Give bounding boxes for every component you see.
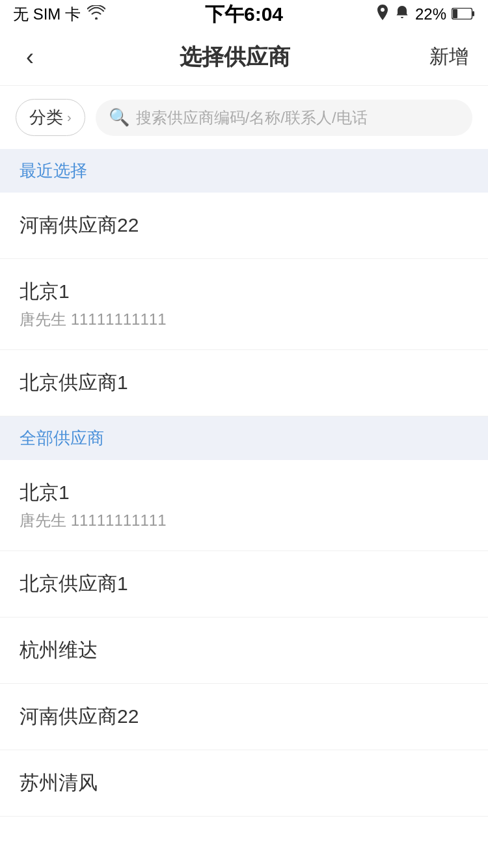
nav-bar: ‹ 选择供应商 新增	[0, 29, 488, 86]
item-name: 北京供应商1	[20, 571, 468, 597]
status-right: 22%	[376, 5, 475, 24]
status-bar: 无 SIM 卡 下午6:04 22%	[0, 0, 488, 29]
recent-section-label: 最近选择	[20, 161, 87, 180]
search-icon: 🔍	[109, 107, 129, 128]
list-item[interactable]: 河南供应商22	[0, 684, 488, 750]
carrier-label: 无 SIM 卡	[13, 4, 81, 25]
list-item[interactable]: 北京1唐先生 11111111111	[0, 259, 488, 350]
list-item[interactable]: 北京供应商1	[0, 350, 488, 416]
list-item[interactable]: 杭州维达	[0, 617, 488, 684]
all-section-label: 全部供应商	[20, 428, 104, 448]
search-box[interactable]: 🔍 搜索供应商编码/名称/联系人/电话	[96, 100, 472, 136]
list-item[interactable]: 北京供应商1	[0, 551, 488, 617]
item-name: 北京供应商1	[20, 370, 468, 396]
wifi-icon	[87, 5, 105, 23]
item-name: 杭州维达	[20, 637, 468, 664]
list-item[interactable]: 苏州清风	[0, 750, 488, 817]
all-section-header: 全部供应商	[0, 416, 488, 460]
item-name: 河南供应商22	[20, 703, 468, 730]
category-label: 分类	[29, 106, 63, 129]
all-list: 北京1唐先生 11111111111北京供应商1杭州维达河南供应商22苏州清风	[0, 460, 488, 817]
category-button[interactable]: 分类 ›	[16, 99, 85, 136]
list-item[interactable]: 北京1唐先生 11111111111	[0, 460, 488, 551]
status-left: 无 SIM 卡	[13, 4, 105, 25]
status-time: 下午6:04	[205, 1, 283, 28]
alarm-icon	[394, 5, 410, 24]
list-item[interactable]: 河南供应商22	[0, 193, 488, 259]
chevron-right-icon: ›	[67, 110, 72, 125]
svg-rect-2	[453, 9, 457, 18]
item-name: 苏州清风	[20, 770, 468, 796]
search-placeholder: 搜索供应商编码/名称/联系人/电话	[136, 107, 368, 128]
item-detail: 唐先生 11111111111	[20, 510, 468, 531]
recent-list: 河南供应商22北京1唐先生 11111111111北京供应商1	[0, 193, 488, 416]
item-name: 北京1	[20, 278, 468, 305]
item-name: 北京1	[20, 480, 468, 506]
add-button[interactable]: 新增	[429, 44, 468, 70]
item-detail: 唐先生 11111111111	[20, 309, 468, 330]
item-name: 河南供应商22	[20, 212, 468, 239]
location-icon	[376, 5, 389, 24]
battery-label: 22%	[415, 5, 446, 23]
page-title: 选择供应商	[180, 42, 290, 72]
battery-icon	[452, 5, 475, 23]
back-button[interactable]: ‹	[20, 37, 40, 77]
svg-rect-1	[472, 11, 474, 16]
recent-section-header: 最近选择	[0, 149, 488, 193]
filter-bar: 分类 › 🔍 搜索供应商编码/名称/联系人/电话	[0, 86, 488, 149]
